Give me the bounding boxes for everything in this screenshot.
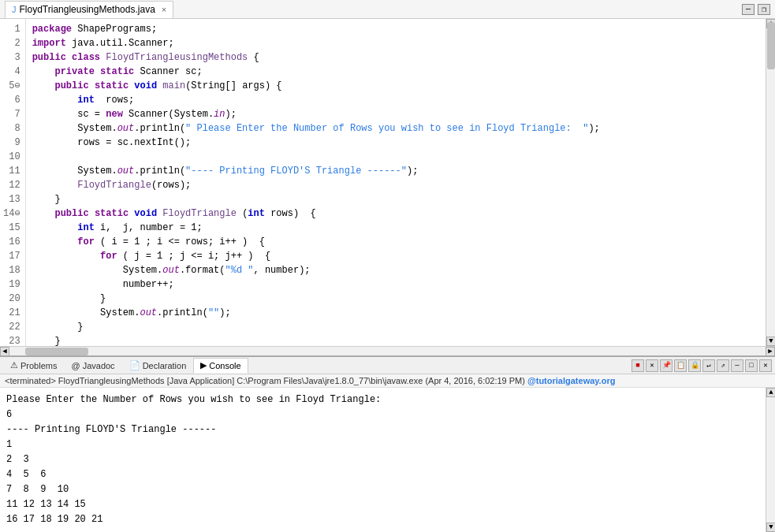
problems-label: Problems <box>20 361 57 370</box>
h-scroll-left-arrow[interactable]: ◀ <box>0 347 9 356</box>
code-content[interactable]: package ShapePrograms; import java.util.… <box>26 19 766 346</box>
console-output: Please Enter the Number of Rows you wish… <box>0 388 766 532</box>
restore-button[interactable]: ❐ <box>758 4 770 15</box>
word-wrap-button[interactable]: ↵ <box>702 359 715 372</box>
h-scroll-right-arrow[interactable]: ▶ <box>766 347 775 356</box>
panel-controls: ■ ✕ 📌 📋 🔒 ↵ ⇗ — □ ✕ <box>632 359 772 372</box>
line-numbers: 1 2 3 4 5⊖ 6 7 8 9 10 11 12 13 14⊖ 15 16… <box>0 19 26 346</box>
tab-problems[interactable]: ⚠ Problems <box>3 358 64 374</box>
declaration-icon: 📄 <box>129 360 140 370</box>
copy-button[interactable]: 📋 <box>674 359 687 372</box>
console-scroll-up-arrow[interactable]: ▲ <box>766 388 775 397</box>
open-console-button[interactable]: ⇗ <box>717 359 729 372</box>
editor-area: 1 2 3 4 5⊖ 6 7 8 9 10 11 12 13 14⊖ 15 16… <box>0 19 775 346</box>
minimize-button[interactable]: — <box>742 4 755 15</box>
clear-button[interactable]: ✕ <box>646 359 658 372</box>
editor-horizontal-scrollbar[interactable]: ◀ ▶ <box>0 346 775 355</box>
bottom-panel: ⚠ Problems @ Javadoc 📄 Declaration ▶ Con… <box>0 355 775 532</box>
panel-maximize-button[interactable]: □ <box>745 359 758 372</box>
console-label: Console <box>209 361 240 370</box>
title-bar: J FloydTriangleusingMethods.java × — ❐ <box>0 0 775 19</box>
scroll-lock-button[interactable]: 🔒 <box>688 359 701 372</box>
declaration-label: Declaration <box>143 361 187 370</box>
scroll-thumb[interactable] <box>767 22 775 69</box>
console-info-bar: <terminated> FloydTriangleusingMethods [… <box>0 374 775 388</box>
editor-tab[interactable]: J FloydTriangleusingMethods.java × <box>5 1 173 18</box>
site-watermark: @tutorialgateway.org <box>527 376 615 385</box>
javadoc-icon: @ <box>71 361 80 370</box>
console-icon: ▶ <box>200 360 207 370</box>
console-output-wrapper: Please Enter the Number of Rows you wish… <box>0 388 775 532</box>
h-scroll-track[interactable] <box>9 348 766 355</box>
tab-close-button[interactable]: × <box>162 5 166 14</box>
h-scroll-thumb[interactable] <box>25 348 88 355</box>
panel-minimize-button[interactable]: — <box>731 359 743 372</box>
panel-close-button[interactable]: ✕ <box>759 359 772 372</box>
console-info-text: <terminated> FloydTriangleusingMethods [… <box>5 376 525 385</box>
terminate-button[interactable]: ■ <box>632 359 644 372</box>
tab-declaration[interactable]: 📄 Declaration <box>122 358 194 374</box>
scroll-down-arrow[interactable]: ▼ <box>766 337 775 346</box>
panel-tabs: ⚠ Problems @ Javadoc 📄 Declaration ▶ Con… <box>0 357 775 374</box>
tab-console[interactable]: ▶ Console <box>193 358 248 374</box>
javadoc-label: Javadoc <box>83 361 115 370</box>
pin-button[interactable]: 📌 <box>660 359 673 372</box>
window-controls: — ❐ <box>742 4 770 15</box>
java-file-icon: J <box>12 5 17 14</box>
tab-javadoc[interactable]: @ Javadoc <box>64 358 121 374</box>
console-scroll-down-arrow[interactable]: ▼ <box>766 523 775 532</box>
console-vertical-scrollbar[interactable]: ▲ ▼ <box>766 388 775 532</box>
tab-label: FloydTriangleusingMethods.java <box>20 4 155 15</box>
editor-vertical-scrollbar[interactable]: ▲ ▼ <box>766 19 775 346</box>
problems-icon: ⚠ <box>10 360 18 370</box>
